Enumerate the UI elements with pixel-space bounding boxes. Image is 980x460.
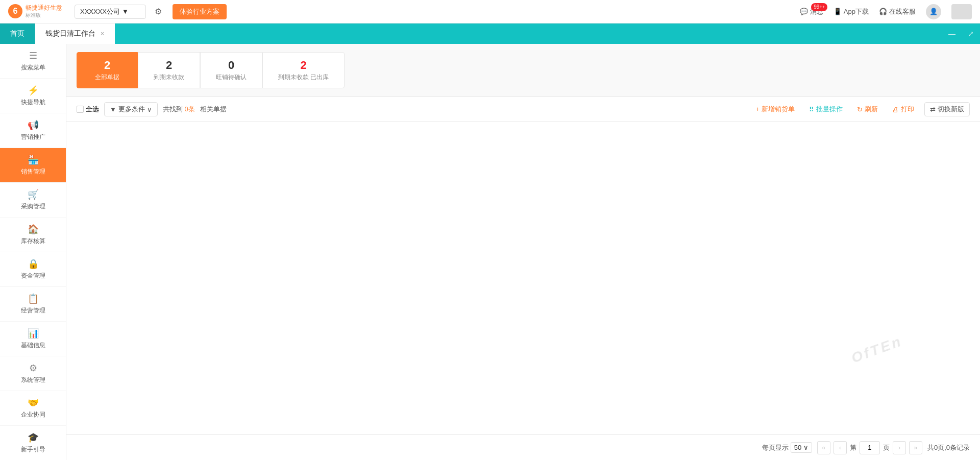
sidebar-item-inventory[interactable]: 🏠 库存核算: [0, 217, 66, 252]
close-tab-icon[interactable]: ×: [101, 30, 104, 37]
maximize-icon: ⤢: [968, 30, 974, 38]
tab-maximize-button[interactable]: ⤢: [962, 23, 980, 44]
message-badge: 99+ +: [811, 3, 827, 11]
add-sale-order-button[interactable]: + 新增销货单: [752, 103, 799, 116]
card-all-label: 全部单据: [95, 73, 119, 82]
page-suffix: 页: [883, 443, 890, 452]
card-pending[interactable]: 0 旺铺待确认: [200, 52, 262, 88]
last-page-button[interactable]: »: [909, 441, 922, 454]
base-info-icon: 📊: [28, 328, 39, 339]
sidebar-item-finance[interactable]: 🔒 资金管理: [0, 252, 66, 287]
sidebar: ☰ 搜索菜单 ⚡ 快捷导航 📢 营销推广 🏪 销售管理 🛒 采购管理 🏠 库存核…: [0, 44, 66, 460]
gear-icon: ⚙: [155, 7, 162, 16]
checkbox-box[interactable]: [77, 106, 84, 113]
print-button[interactable]: 🖨 打印: [888, 103, 918, 116]
card-shipped-label: 到期未收款 已出库: [278, 73, 329, 82]
message-button[interactable]: 💬 消息 99+ +: [800, 7, 823, 16]
download-icon: 📱: [834, 8, 842, 15]
print-label: 打印: [901, 105, 914, 114]
page-number-input[interactable]: [860, 441, 880, 454]
tab-home[interactable]: 首页: [0, 23, 35, 44]
system-icon: ⚙: [29, 362, 37, 374]
inventory-icon: 🏠: [28, 224, 39, 235]
select-all-checkbox[interactable]: 全选: [77, 105, 99, 114]
app-download-button[interactable]: 📱 App下载: [834, 7, 869, 16]
active-tab-label: 钱货日清工作台: [45, 29, 95, 38]
sidebar-item-quick-nav[interactable]: ⚡ 快捷导航: [0, 79, 66, 113]
related-records-link[interactable]: 相关单据: [200, 105, 227, 114]
batch-icon: ⠿: [809, 106, 814, 113]
avatar-icon: 👤: [929, 8, 938, 15]
avatar[interactable]: 👤: [926, 4, 941, 19]
switch-icon: ⇄: [930, 106, 936, 113]
sidebar-item-system[interactable]: ⚙ 系统管理: [0, 356, 66, 391]
card-all[interactable]: 2 全部单据: [77, 52, 138, 88]
app-name: 畅捷通好生意: [26, 4, 62, 11]
switch-version-button[interactable]: ⇄ 切换新版: [924, 102, 970, 116]
sidebar-label-enterprise: 企业协同: [21, 410, 45, 419]
app-edition: 标准版: [26, 12, 62, 19]
sidebar-item-enterprise[interactable]: 🤝 企业协同: [0, 391, 66, 426]
sidebar-item-purchase[interactable]: 🛒 采购管理: [0, 183, 66, 217]
toolbar-right: + 新增销货单 ⠿ 批量操作 ↻ 刷新 🖨 打印 ⇄ 切换新版: [752, 102, 970, 116]
tab-minimize-button[interactable]: —: [942, 23, 962, 44]
card-overdue-count: 2: [166, 59, 172, 72]
card-pending-count: 0: [228, 59, 234, 72]
page-total: 共0页,0条记录: [927, 443, 970, 452]
page-size-value: 50: [794, 444, 801, 451]
online-service-button[interactable]: 🎧 在线客服: [879, 7, 916, 16]
trial-button[interactable]: 体验行业方案: [173, 4, 227, 19]
batch-operation-button[interactable]: ⠿ 批量操作: [805, 103, 847, 116]
page-size-selector[interactable]: 每页显示 50 ∨: [762, 442, 812, 453]
pagination: 每页显示 50 ∨ « ‹ 第 页 › » 共0页,0条记录: [66, 434, 980, 460]
page-size-select-box[interactable]: 50 ∨: [791, 442, 812, 453]
sales-icon: 🏪: [28, 154, 39, 165]
sidebar-label-sales: 销售管理: [21, 167, 45, 176]
sidebar-item-operation[interactable]: 📋 经营管理: [0, 287, 66, 322]
sidebar-item-base-info[interactable]: 📊 基础信息: [0, 322, 66, 356]
sidebar-item-search-menu[interactable]: ☰ 搜索菜单: [0, 44, 66, 79]
page-nav: « ‹ 第 页 › »: [817, 441, 922, 454]
app-download-label: App下载: [844, 7, 869, 16]
filter-label: 更多条件: [118, 105, 145, 114]
prev-page-button[interactable]: ‹: [834, 441, 847, 454]
user-panel[interactable]: [951, 4, 972, 19]
toolbar: 全选 ▼ 更多条件 ∨ 共找到 0条 相关单据 + 新增销货单 ⠿ 批量操作: [66, 97, 980, 122]
card-pending-label: 旺铺待确认: [216, 73, 247, 82]
company-selector[interactable]: XXXXXX公司 ▼: [75, 5, 146, 19]
sidebar-item-sales[interactable]: 🏪 销售管理: [0, 148, 66, 183]
logo-area: 6 畅捷通好生意 标准版: [8, 4, 75, 18]
top-header: 6 畅捷通好生意 标准版 XXXXXX公司 ▼ ⚙ 体验行业方案 💬 消息 99…: [0, 0, 980, 23]
card-overdue[interactable]: 2 到期未收款: [138, 52, 200, 88]
refresh-button[interactable]: ↻ 刷新: [853, 103, 882, 116]
tab-cash-daily[interactable]: 钱货日清工作台 ×: [35, 23, 115, 44]
print-icon: 🖨: [892, 106, 899, 113]
sidebar-label-base-info: 基础信息: [21, 341, 45, 350]
filter-button[interactable]: ▼ 更多条件 ∨: [104, 102, 158, 116]
card-shipped-count: 2: [301, 59, 307, 72]
sidebar-item-marketing[interactable]: 📢 营销推广: [0, 113, 66, 148]
chevron-filter-icon: ∨: [147, 106, 152, 113]
company-name: XXXXXX公司: [80, 7, 120, 16]
service-icon: 🎧: [879, 8, 887, 15]
main-layout: ☰ 搜索菜单 ⚡ 快捷导航 📢 营销推广 🏪 销售管理 🛒 采购管理 🏠 库存核…: [0, 44, 980, 460]
sidebar-label-inventory: 库存核算: [21, 237, 45, 246]
settings-button[interactable]: ⚙: [150, 4, 166, 20]
sidebar-label-purchase: 采购管理: [21, 202, 45, 211]
message-icon: 💬: [800, 8, 808, 15]
first-page-button[interactable]: «: [817, 441, 830, 454]
switch-label: 切换新版: [938, 105, 964, 114]
online-service-label: 在线客服: [889, 7, 916, 16]
marketing-icon: 📢: [28, 119, 39, 131]
content-area: 2 全部单据 2 到期未收款 0 旺铺待确认 2 到期未收款 已出库 全选: [66, 44, 980, 460]
next-page-button[interactable]: ›: [893, 441, 906, 454]
refresh-icon: ↻: [857, 106, 863, 113]
minimize-icon: —: [948, 30, 955, 38]
page-prefix: 第: [850, 443, 856, 452]
select-all-label: 全选: [86, 105, 99, 114]
header-right: 💬 消息 99+ + 📱 App下载 🎧 在线客服 👤: [800, 4, 972, 19]
sidebar-item-beginner[interactable]: 🎓 新手引导: [0, 426, 66, 460]
filter-icon: ▼: [110, 106, 116, 113]
enterprise-icon: 🤝: [28, 397, 39, 408]
card-shipped[interactable]: 2 到期未收款 已出库: [262, 52, 345, 88]
